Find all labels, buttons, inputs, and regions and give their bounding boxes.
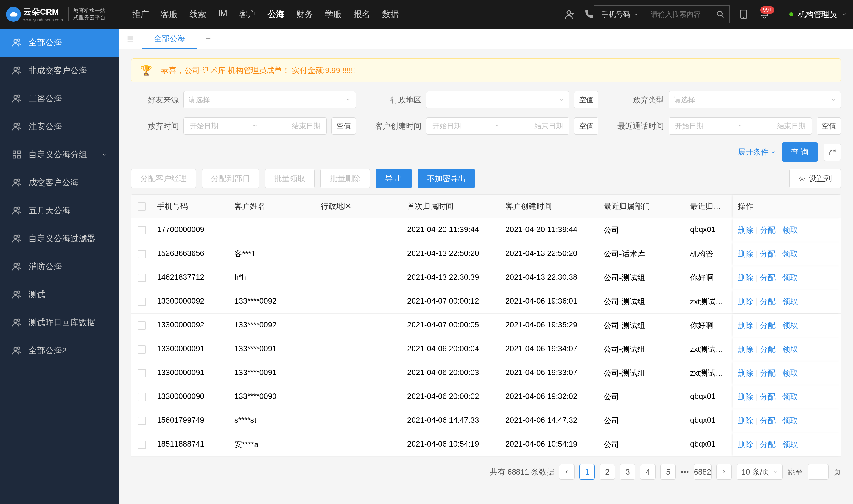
row-checkbox[interactable] <box>138 226 146 234</box>
next-page-button[interactable] <box>716 464 732 480</box>
assign-link[interactable]: 分配 <box>760 440 776 449</box>
row-checkbox[interactable] <box>138 274 146 282</box>
row-checkbox[interactable] <box>138 440 146 449</box>
query-button[interactable]: 查 询 <box>782 142 818 162</box>
claim-link[interactable]: 领取 <box>782 416 798 425</box>
search-button[interactable] <box>711 10 729 18</box>
call-time-range[interactable]: 开始日期~结束日期 <box>669 118 812 134</box>
page-number[interactable]: 2 <box>600 464 615 480</box>
claim-link[interactable]: 领取 <box>782 345 798 354</box>
sidebar-item[interactable]: 自定义公海分组 <box>0 141 119 168</box>
delete-link[interactable]: 删除 <box>738 345 753 354</box>
page-number[interactable]: 3 <box>620 464 635 480</box>
page-number[interactable]: 4 <box>640 464 655 480</box>
sidebar-item[interactable]: 测试昨日回库数据 <box>0 309 119 337</box>
export-button[interactable]: 导 出 <box>376 169 412 188</box>
sidebar-item[interactable]: 非成交客户公海 <box>0 57 119 85</box>
claim-link[interactable]: 领取 <box>782 392 798 401</box>
assign-link[interactable]: 分配 <box>760 345 776 354</box>
abandon-type-select[interactable]: 请选择 <box>669 91 841 108</box>
search-type-select[interactable]: 手机号码 <box>595 6 646 23</box>
row-checkbox[interactable] <box>138 321 146 330</box>
row-checkbox[interactable] <box>138 393 146 401</box>
export-raw-button[interactable]: 不加密导出 <box>418 169 475 188</box>
assign-link[interactable]: 分配 <box>760 297 776 306</box>
tab-add-button[interactable]: + <box>197 33 219 44</box>
page-number[interactable]: 1 <box>579 464 595 480</box>
page-size-select[interactable]: 10 条/页 <box>737 464 783 480</box>
delete-link[interactable]: 删除 <box>738 321 753 330</box>
assign-link[interactable]: 分配 <box>760 321 776 330</box>
nav-item[interactable]: 报名 <box>353 8 370 20</box>
user-menu[interactable]: 机构管理员 <box>789 9 847 20</box>
delete-link[interactable]: 删除 <box>738 440 753 449</box>
row-checkbox[interactable] <box>138 298 146 306</box>
friend-source-select[interactable]: 请选择 <box>183 91 356 108</box>
delete-link[interactable]: 删除 <box>738 416 753 425</box>
nav-item[interactable]: 客服 <box>161 8 178 20</box>
tablet-icon[interactable] <box>739 9 749 19</box>
assign-dept-button[interactable]: 分配到部门 <box>202 169 259 188</box>
sidebar-item[interactable]: 消防公海 <box>0 253 119 281</box>
row-checkbox[interactable] <box>138 417 146 425</box>
nav-item[interactable]: 客户 <box>239 8 256 20</box>
refresh-button[interactable] <box>824 144 841 161</box>
sidebar-item[interactable]: 注安公海 <box>0 113 119 141</box>
call-time-null-button[interactable]: 空值 <box>817 118 841 134</box>
search-input[interactable] <box>646 6 711 23</box>
sidebar-item[interactable]: 成交客户公海 <box>0 168 119 197</box>
claim-link[interactable]: 领取 <box>782 297 798 306</box>
region-select[interactable] <box>426 91 569 108</box>
assign-link[interactable]: 分配 <box>760 368 776 377</box>
sidebar-item[interactable]: 自定义公海过滤器 <box>0 224 119 253</box>
nav-item[interactable]: 推广 <box>132 8 149 20</box>
row-checkbox[interactable] <box>138 369 146 377</box>
row-checkbox[interactable] <box>138 345 146 354</box>
claim-link[interactable]: 领取 <box>782 368 798 377</box>
sidebar-item[interactable]: 五月天公海 <box>0 197 119 224</box>
sidebar-item[interactable]: 全部公海 <box>0 29 119 57</box>
logo[interactable]: 云朵CRM www.yunduocrm.com 教育机构一站 式服务云平台 <box>6 6 114 22</box>
nav-item[interactable]: IM <box>218 8 227 20</box>
claim-link[interactable]: 领取 <box>782 440 798 449</box>
page-number[interactable]: 5 <box>660 464 676 480</box>
nav-item[interactable]: 线索 <box>189 8 206 20</box>
abandon-time-null-button[interactable]: 空值 <box>331 118 356 134</box>
add-user-icon[interactable] <box>564 9 575 20</box>
abandon-time-range[interactable]: 开始日期~结束日期 <box>183 118 327 134</box>
phone-icon[interactable] <box>583 9 594 20</box>
assign-link[interactable]: 分配 <box>760 416 776 425</box>
nav-item[interactable]: 公海 <box>268 8 285 20</box>
delete-link[interactable]: 删除 <box>738 249 753 258</box>
create-time-null-button[interactable]: 空值 <box>574 118 598 134</box>
claim-link[interactable]: 领取 <box>782 249 798 258</box>
delete-link[interactable]: 删除 <box>738 226 753 234</box>
claim-link[interactable]: 领取 <box>782 321 798 330</box>
assign-link[interactable]: 分配 <box>760 273 776 282</box>
nav-item[interactable]: 财务 <box>296 8 313 20</box>
jump-page-input[interactable] <box>808 464 829 480</box>
sidebar-item[interactable]: 二咨公海 <box>0 85 119 113</box>
claim-link[interactable]: 领取 <box>782 273 798 282</box>
batch-claim-button[interactable]: 批量领取 <box>265 169 314 188</box>
assign-manager-button[interactable]: 分配客户经理 <box>131 169 196 188</box>
sidebar-item[interactable]: 测试 <box>0 281 119 309</box>
row-checkbox[interactable] <box>138 250 146 258</box>
select-all-checkbox[interactable] <box>138 202 146 211</box>
assign-link[interactable]: 分配 <box>760 392 776 401</box>
column-settings-button[interactable]: 设置列 <box>789 169 841 188</box>
prev-page-button[interactable] <box>559 464 575 480</box>
assign-link[interactable]: 分配 <box>760 226 776 234</box>
create-time-range[interactable]: 开始日期~结束日期 <box>426 118 569 134</box>
nav-item[interactable]: 学服 <box>325 8 342 20</box>
delete-link[interactable]: 删除 <box>738 273 753 282</box>
page-last[interactable]: 6882 <box>694 464 711 480</box>
expand-filters-link[interactable]: 展开条件 <box>738 147 776 157</box>
assign-link[interactable]: 分配 <box>760 249 776 258</box>
sidebar-item[interactable]: 全部公海2 <box>0 337 119 365</box>
notification-bell[interactable]: 99+ <box>760 9 769 19</box>
delete-link[interactable]: 删除 <box>738 392 753 401</box>
claim-link[interactable]: 领取 <box>782 226 798 234</box>
tabs-collapse-button[interactable] <box>119 29 142 49</box>
nav-item[interactable]: 数据 <box>382 8 399 20</box>
